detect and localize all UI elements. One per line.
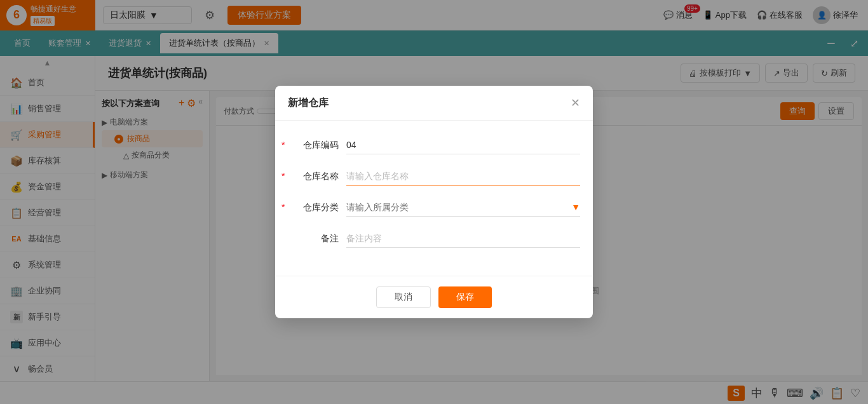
form-row-name: 仓库名称 [288,167,580,185]
modal-header: 新增仓库 ✕ [275,86,593,121]
category-input[interactable] [346,202,571,212]
warehouse-category-select[interactable]: ▼ [346,198,580,217]
modal-close-button[interactable]: ✕ [571,96,580,110]
note-label: 备注 [288,233,339,245]
category-label: 仓库分类 [288,202,339,213]
save-button[interactable]: 保存 [438,286,492,308]
code-label: 仓库编码 [288,140,339,151]
warehouse-name-input[interactable] [346,167,580,185]
modal-overlay[interactable]: 新增仓库 ✕ 仓库编码 仓库名称 仓库分类 ▼ [0,0,868,404]
modal-body: 仓库编码 仓库名称 仓库分类 ▼ 备注 [275,121,593,276]
warehouse-code-input[interactable] [346,136,580,154]
cancel-button[interactable]: 取消 [376,286,431,308]
category-dropdown-arrow: ▼ [571,202,580,212]
add-warehouse-modal: 新增仓库 ✕ 仓库编码 仓库名称 仓库分类 ▼ [275,86,593,318]
modal-title: 新增仓库 [288,97,329,110]
form-row-note: 备注 [288,229,580,248]
form-row-category: 仓库分类 ▼ [288,198,580,217]
modal-footer: 取消 保存 [275,276,593,318]
note-input[interactable] [346,229,580,248]
name-label: 仓库名称 [288,171,339,182]
form-row-code: 仓库编码 [288,136,580,154]
